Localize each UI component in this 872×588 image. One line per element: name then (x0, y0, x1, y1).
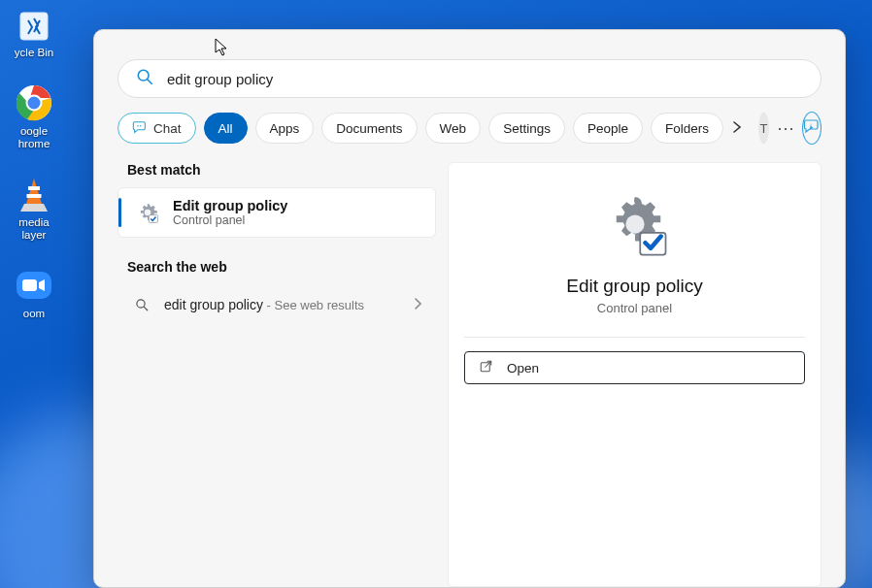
best-match-subtitle: Control panel (173, 213, 287, 227)
desktop-icon-recycle-bin[interactable]: ycle Bin (6, 4, 62, 59)
preview-gpedit-icon (601, 190, 669, 258)
filters-scroll-right[interactable] (731, 113, 743, 144)
search-input[interactable] (167, 71, 803, 87)
search-icon (131, 298, 152, 312)
svg-point-16 (625, 214, 644, 233)
desktop-icon-label: media layer (18, 216, 49, 242)
bing-button[interactable] (802, 112, 822, 145)
desktop-icon-label: oom (23, 308, 45, 320)
svg-point-12 (145, 210, 151, 216)
search-web-heading: Search the web (127, 259, 436, 275)
vlc-icon (14, 174, 54, 214)
filter-people[interactable]: People (573, 113, 643, 144)
chevron-right-icon (731, 121, 743, 136)
desktop-icon-chrome[interactable]: oogle hrome (6, 82, 62, 150)
desktop-icon-zoom[interactable]: oom (6, 265, 62, 320)
preview-title: Edit group policy (464, 276, 805, 297)
divider (464, 337, 805, 338)
svg-line-9 (148, 80, 152, 84)
chat-label: Chat (153, 121, 182, 136)
search-filters: Chat All Apps Documents Web Settings Peo… (117, 112, 822, 145)
svg-point-11 (140, 124, 141, 125)
open-label: Open (507, 361, 539, 376)
desktop-icon-label: oogle hrome (18, 125, 50, 150)
filter-folders[interactable]: Folders (651, 113, 723, 144)
preview-pane: Edit group policy Control panel Open (448, 162, 822, 587)
best-match-result[interactable]: Edit group policy Control panel (117, 187, 436, 238)
results-column: Best match Edit group policy Control pan… (117, 162, 436, 587)
filter-web[interactable]: Web (425, 113, 482, 144)
desktop-icon-vlc[interactable]: media layer (6, 174, 62, 242)
web-result-item[interactable]: edit group policy - See web results (117, 284, 436, 325)
bing-icon (803, 117, 821, 139)
preview-subtitle: Control panel (464, 301, 805, 315)
start-search-panel: Chat All Apps Documents Web Settings Peo… (93, 29, 846, 588)
best-match-title: Edit group policy (173, 198, 287, 213)
account-avatar[interactable]: T (758, 113, 769, 144)
ellipsis-icon: ⋯ (777, 117, 794, 139)
svg-rect-0 (20, 13, 48, 40)
svg-rect-4 (28, 186, 40, 190)
web-result-query: edit group policy (164, 297, 263, 312)
svg-point-10 (137, 124, 138, 125)
search-box[interactable] (117, 59, 822, 98)
desktop-icons: ycle Bin oogle hrome media layer oom (0, 0, 68, 320)
open-button[interactable]: Open (464, 351, 805, 384)
filter-all[interactable]: All (204, 113, 248, 144)
svg-rect-7 (22, 279, 37, 291)
recycle-bin-icon (14, 4, 54, 45)
desktop-icon-label: ycle Bin (15, 47, 53, 59)
svg-line-15 (144, 307, 148, 310)
open-icon (479, 359, 493, 376)
more-options-button[interactable]: ⋯ (777, 113, 794, 144)
chat-chip[interactable]: Chat (117, 113, 196, 144)
chevron-right-icon (413, 296, 422, 313)
svg-rect-5 (27, 194, 42, 198)
zoom-icon (14, 265, 54, 306)
bing-chat-icon (132, 119, 148, 138)
filter-documents[interactable]: Documents (321, 113, 417, 144)
control-panel-gpedit-icon (134, 199, 161, 226)
best-match-heading: Best match (127, 162, 436, 178)
filter-settings[interactable]: Settings (488, 113, 565, 144)
search-icon (136, 68, 153, 89)
web-result-suffix: - See web results (263, 298, 364, 312)
chrome-icon (14, 82, 54, 123)
filter-apps[interactable]: Apps (255, 113, 315, 144)
